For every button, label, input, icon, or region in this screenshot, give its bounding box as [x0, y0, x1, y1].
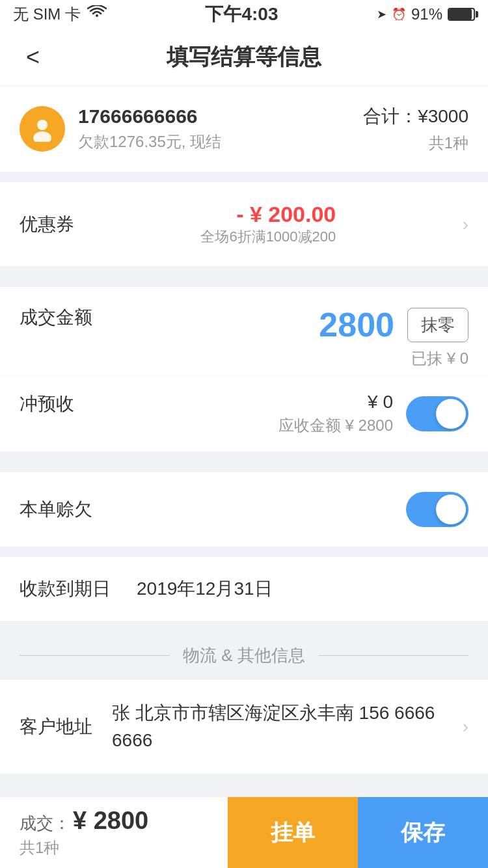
- coupon-row[interactable]: 优惠券 - ¥ 200.00 全场6折满1000减200 ›: [0, 182, 488, 266]
- carrier-text: 无 SIM 卡: [13, 4, 81, 25]
- round-zero-button[interactable]: 抹零: [407, 308, 468, 342]
- customer-count: 共1种: [363, 133, 468, 154]
- pre-collect-row: 冲预收 ¥ 0 应收金额 ¥ 2800: [0, 376, 488, 452]
- address-value: 张 北京市市辖区海淀区永丰南 156 6666 6666: [112, 699, 463, 754]
- page-title: 填写结算等信息: [167, 42, 321, 72]
- debt-label: 本单赊欠: [20, 497, 92, 522]
- hang-order-button[interactable]: 挂单: [228, 797, 358, 869]
- bottom-deal-label: 成交：: [20, 812, 70, 835]
- deal-amount-section: 成交金额 2800 抹零 已抹 ¥ 0 冲预收 ¥ 0 应收金额 ¥ 2800: [0, 287, 488, 452]
- bottom-amount: ¥ 2800: [73, 807, 148, 835]
- deal-amount-value: 2800: [319, 305, 394, 344]
- customer-total: 合计：¥3000: [363, 104, 468, 129]
- gray-divider-1: [0, 277, 488, 287]
- customer-right: 合计：¥3000 共1种: [363, 104, 468, 154]
- customer-sub: 欠款1276.35元, 现结: [78, 131, 221, 152]
- bottom-bar: 成交： ¥ 2800 共1种 挂单 保存: [0, 796, 488, 868]
- pre-collect-label: 冲预收: [20, 392, 74, 416]
- coupon-label: 优惠券: [20, 212, 74, 237]
- due-date-value: 2019年12月31日: [137, 576, 273, 601]
- pre-collect-right: ¥ 0 应收金额 ¥ 2800: [278, 392, 393, 436]
- debt-section: 本单赊欠: [0, 472, 488, 547]
- bottom-info: 成交： ¥ 2800 共1种: [0, 807, 228, 858]
- customer-card: 17666666666 欠款1276.35元, 现结 合计：¥3000 共1种: [0, 86, 488, 172]
- deal-amount-label: 成交金额: [20, 305, 92, 330]
- bottom-count: 共1种: [20, 837, 208, 858]
- svg-point-0: [37, 120, 47, 130]
- coupon-section: 优惠券 - ¥ 200.00 全场6折满1000减200 ›: [0, 182, 488, 266]
- address-arrow: ›: [463, 716, 468, 737]
- status-right: ➤ ⏰ 91%: [377, 5, 475, 23]
- status-time: 下午4:03: [205, 2, 278, 27]
- customer-left: 17666666666 欠款1276.35元, 现结: [20, 105, 221, 152]
- content: 17666666666 欠款1276.35元, 现结 合计：¥3000 共1种 …: [0, 86, 488, 868]
- coupon-desc: 全场6折满1000减200: [200, 227, 336, 247]
- status-left: 无 SIM 卡: [13, 4, 107, 25]
- location-icon: ➤: [377, 7, 386, 21]
- coupon-right: - ¥ 200.00 全场6折满1000减200: [200, 202, 336, 247]
- customer-info: 17666666666 欠款1276.35元, 现结: [78, 105, 221, 152]
- address-row[interactable]: 客户地址 张 北京市市辖区海淀区永丰南 156 6666 6666 ›: [0, 680, 488, 774]
- deal-amount-right: 2800 抹零 已抹 ¥ 0: [319, 305, 468, 369]
- due-date-label: 收款到期日: [20, 576, 111, 601]
- save-button[interactable]: 保存: [358, 797, 488, 869]
- customer-phone: 17666666666: [78, 105, 221, 128]
- gray-divider-2: [0, 462, 488, 472]
- battery-indicator: [448, 8, 475, 21]
- pre-collect-sub: 应收金额 ¥ 2800: [278, 415, 393, 436]
- svg-point-1: [33, 131, 51, 142]
- battery-percent: 91%: [411, 5, 442, 23]
- debt-toggle[interactable]: [406, 492, 468, 527]
- back-button[interactable]: <: [20, 37, 46, 77]
- ya-mo-text: 已抹 ¥ 0: [319, 348, 468, 369]
- divider-line-right: [318, 655, 468, 656]
- pre-collect-toggle[interactable]: [406, 396, 468, 431]
- status-bar: 无 SIM 卡 下午4:03 ➤ ⏰ 91%: [0, 0, 488, 29]
- due-date-row: 收款到期日 2019年12月31日: [0, 557, 488, 621]
- divider-line-left: [20, 655, 170, 656]
- wifi-icon: [87, 5, 107, 23]
- alarm-icon: ⏰: [392, 7, 406, 21]
- avatar: [20, 106, 65, 152]
- coupon-value: - ¥ 200.00: [200, 202, 336, 227]
- battery-fill: [449, 9, 472, 20]
- nav-bar: < 填写结算等信息: [0, 29, 488, 86]
- coupon-arrow: ›: [463, 214, 468, 235]
- logistics-divider: 物流 & 其他信息: [0, 631, 488, 680]
- debt-row: 本单赊欠: [0, 472, 488, 547]
- address-label: 客户地址: [20, 714, 92, 739]
- pre-collect-value: ¥ 0: [278, 392, 393, 413]
- deal-amount-row: 成交金额 2800 抹零 已抹 ¥ 0: [0, 287, 488, 376]
- logistics-label: 物流 & 其他信息: [183, 644, 305, 667]
